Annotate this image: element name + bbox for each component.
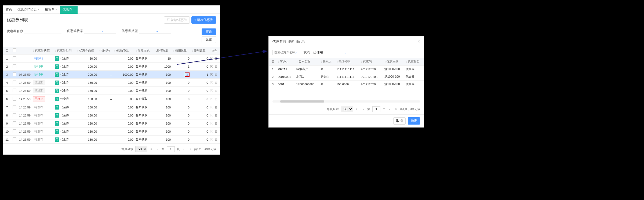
gear-icon[interactable]: ⚙	[271, 59, 275, 64]
share-icon: ⇱	[210, 138, 213, 141]
settings-button[interactable]: 设置	[202, 36, 216, 43]
table-row[interactable]: 10 14 23:59 待发布 代代金券 150.00 -- 0.00 客户领取…	[3, 128, 220, 136]
filter-name-input[interactable]	[24, 28, 61, 34]
col-contact: 联系人	[323, 60, 332, 63]
next-page-button[interactable]: ›	[388, 108, 391, 111]
row-checkbox[interactable]	[13, 72, 16, 76]
page-input[interactable]	[167, 146, 175, 152]
table-row[interactable]: 9 14 23:59 待发布 代代金券 150.00 -- 0.00 客户领取 …	[3, 119, 220, 128]
sort-icon[interactable]: ▲▼	[296, 60, 298, 63]
table-row[interactable]: 3 07 23:59 执行中 代代金券 200.00 -- 1000.00 客户…	[3, 71, 220, 79]
sort-icon[interactable]: ▲▼	[321, 60, 322, 63]
row-checkbox[interactable]	[13, 121, 16, 125]
sort-icon[interactable]: ▲▼	[33, 49, 34, 52]
tab-coupon-detail[interactable]: 优惠券详情页×	[15, 6, 42, 14]
last-page-button[interactable]: ⇥	[187, 147, 192, 151]
sort-icon[interactable]: ▲▼	[361, 60, 362, 63]
row-checkbox[interactable]	[13, 129, 16, 133]
first-page-button[interactable]: ⇤	[150, 147, 154, 151]
table-row[interactable]: 4 14 23:59 已过期 代代金券 150.00 -- 0.00 客户领取 …	[3, 79, 220, 87]
qr-icon[interactable]: ⊞	[214, 106, 217, 109]
sort-icon[interactable]: ▲▼	[192, 49, 193, 52]
row-checkbox[interactable]	[13, 89, 16, 92]
sort-icon[interactable]: ▲▼	[55, 49, 56, 52]
claim-count-link[interactable]: 3	[185, 72, 190, 77]
table-row[interactable]: 1 待执行 代代金券 50.00 -- 0.00 客户领取 10 0 0 ⇱⊞	[3, 54, 220, 63]
last-page-button[interactable]: ⇥	[393, 107, 398, 111]
table-row[interactable]: 2 执行中 代代金券 100.00 -- 0.00 客户领取 1000 1 0 …	[3, 63, 220, 71]
sort-icon[interactable]: ▲▼	[173, 49, 174, 52]
per-page-select[interactable]: 50	[341, 106, 353, 112]
filter-status-select[interactable]: ⌄	[84, 28, 116, 34]
prev-page-button[interactable]: ‹	[156, 148, 159, 151]
select-all-checkbox[interactable]	[13, 48, 16, 52]
sort-icon[interactable]: ▲▼	[114, 49, 116, 52]
modal-status-select[interactable]: 已使用⌄	[313, 50, 347, 55]
tab-sales-order[interactable]: 销货单×	[42, 6, 60, 14]
horizontal-scrollbar[interactable]	[272, 100, 420, 103]
col-issue: 发行数量	[156, 49, 168, 52]
table-row[interactable]: 1 RETAIL... 零散客户 张三 11111111111 2019120T…	[269, 66, 424, 73]
voucher-icon: 代	[55, 113, 59, 118]
table-row[interactable]: 3 0001 17666666666 张 156 6666 ... 201912…	[269, 81, 424, 88]
row-checkbox[interactable]	[13, 81, 16, 84]
modal-status-label: 状态	[304, 50, 310, 55]
sort-icon[interactable]: ▲▼	[406, 60, 407, 63]
close-icon[interactable]: ×	[38, 8, 39, 11]
sort-icon[interactable]: ▲▼	[384, 60, 386, 63]
confirm-button[interactable]: 确定	[408, 117, 420, 125]
table-row[interactable]: 2 00010001 北京1 唐先生 11111111111 2019120T0…	[269, 73, 424, 81]
table-row[interactable]: 5 14 23:59 已过期 代代金券 150.00 -- 0.00 客户领取 …	[3, 87, 220, 95]
qr-icon[interactable]: ⊞	[214, 89, 217, 93]
tab-coupon[interactable]: 优惠券×	[60, 6, 78, 14]
qr-icon[interactable]: ⊞	[214, 97, 217, 101]
close-icon[interactable]: ×	[56, 8, 57, 11]
next-page-button[interactable]: ›	[182, 148, 185, 151]
modal-pagination: 每页显示 50 ⇤ ‹ 第 页 › ⇥ 共1页，3条记录	[269, 104, 424, 114]
chevron-down-icon: ⌄	[101, 30, 103, 32]
close-icon[interactable]: ×	[73, 8, 75, 11]
query-button[interactable]: 查询	[202, 28, 216, 35]
qr-icon[interactable]: ⊞	[214, 73, 217, 77]
add-coupon-button[interactable]: + 新增优惠券	[191, 16, 216, 24]
share-icon[interactable]: ⇱	[210, 73, 213, 77]
share-icon[interactable]: ⇱	[210, 57, 213, 60]
row-checkbox[interactable]	[13, 56, 16, 60]
table-row[interactable]: 7 14 23:59 待发布 代代金券 150.00 -- 0.00 客户领取 …	[3, 103, 220, 111]
cancel-button[interactable]: 取消	[393, 117, 406, 125]
page-input[interactable]	[372, 106, 380, 112]
sort-icon[interactable]: ▲▼	[77, 49, 79, 52]
row-checkbox[interactable]	[13, 105, 16, 109]
modal-title: 优惠券领用/使用记录	[272, 39, 305, 44]
prev-page-button[interactable]: ‹	[362, 108, 365, 111]
sort-icon[interactable]: ▲▼	[278, 60, 279, 63]
gear-icon[interactable]: ⚙	[5, 48, 9, 53]
qr-icon[interactable]: ⊞	[214, 57, 217, 60]
sort-icon[interactable]: ▲▼	[336, 60, 338, 63]
row-checkbox[interactable]	[13, 113, 16, 117]
col-phone: 电话号码	[339, 60, 350, 63]
search-icon[interactable]: ⌕	[295, 50, 297, 54]
qr-icon[interactable]: ⊞	[214, 122, 217, 125]
sort-icon[interactable]: ▲▼	[136, 49, 137, 52]
share-icon[interactable]: ⇱	[210, 65, 213, 68]
page-prefix: 第	[162, 147, 165, 151]
sort-icon[interactable]: ▲▼	[154, 49, 156, 52]
qr-icon[interactable]: ⊞	[214, 114, 217, 117]
qr-icon[interactable]: ⊞	[214, 138, 217, 141]
table-row[interactable]: 6 14 23:59 已终止 代代金券 150.00 -- 0.00 客户领取 …	[3, 95, 220, 103]
table-row[interactable]: 8 14 23:59 待发布 代代金券 150.00 -- 0.00 客户领取 …	[3, 111, 220, 119]
row-checkbox[interactable]	[13, 64, 16, 68]
row-checkbox[interactable]	[13, 97, 16, 101]
qr-icon[interactable]: ⊞	[214, 81, 217, 85]
qr-icon[interactable]: ⊞	[214, 65, 217, 68]
close-icon[interactable]: ×	[418, 39, 420, 44]
row-checkbox[interactable]	[13, 137, 16, 141]
filter-type-select[interactable]: ⌄	[139, 28, 171, 34]
first-page-button[interactable]: ⇤	[355, 107, 360, 111]
tab-home[interactable]: 首页	[3, 6, 15, 14]
per-page-select[interactable]: 50	[135, 146, 147, 152]
sort-icon[interactable]: ▲▼	[99, 49, 101, 52]
table-row[interactable]: 11 14 23:59 待发布 代代金券 150.00 -- 0.00 客户领取…	[3, 136, 220, 144]
qr-icon[interactable]: ⊞	[214, 130, 217, 133]
